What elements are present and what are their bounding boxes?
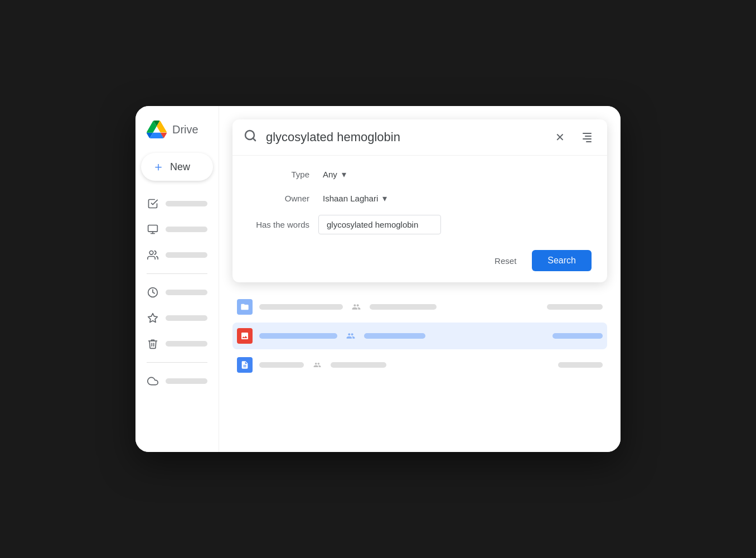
- new-button[interactable]: ＋ New: [141, 153, 213, 181]
- reset-button[interactable]: Reset: [486, 251, 525, 271]
- sidebar-item-my-drive[interactable]: [140, 192, 214, 215]
- nav-label-bar: [166, 315, 207, 321]
- nav-divider-2: [147, 362, 207, 363]
- search-button[interactable]: Search: [532, 250, 592, 271]
- owner-select[interactable]: Ishaan Laghari ▾: [318, 191, 391, 206]
- sidebar-nav: [135, 192, 219, 393]
- chevron-down-icon: ▾: [342, 169, 346, 180]
- nav-label-bar: [166, 252, 207, 258]
- search-input[interactable]: [266, 130, 542, 145]
- nav-divider: [147, 273, 207, 274]
- sidebar-item-trash[interactable]: [140, 332, 214, 355]
- svg-point-3: [149, 251, 153, 255]
- owner-value: Ishaan Laghari: [323, 194, 378, 203]
- search-clear-button[interactable]: ✕: [551, 128, 569, 146]
- new-button-label: New: [170, 161, 190, 173]
- search-filter-button[interactable]: [578, 131, 596, 145]
- owner-filter-row: Owner Ishaan Laghari ▾: [248, 191, 592, 206]
- sidebar: Drive ＋ New: [135, 106, 219, 452]
- type-select[interactable]: Any ▾: [318, 167, 351, 182]
- file-date: [547, 304, 603, 310]
- file-date: [558, 362, 603, 368]
- sidebar-item-storage[interactable]: [140, 369, 214, 393]
- app-window: Drive ＋ New: [135, 106, 621, 452]
- nav-label-bar: [166, 290, 207, 295]
- shared-icon: [350, 302, 363, 311]
- type-label: Type: [248, 170, 309, 179]
- folder-icon: [237, 299, 253, 315]
- main-content: ✕ Type Any ▾: [219, 106, 621, 452]
- nav-label-bar: [166, 227, 207, 232]
- shared-icon: [311, 361, 324, 369]
- sidebar-item-shared[interactable]: [140, 243, 214, 267]
- star-icon: [147, 312, 159, 324]
- trash-icon: [147, 338, 159, 350]
- svg-line-7: [253, 138, 255, 141]
- has-words-filter-row: Has the words: [248, 215, 592, 234]
- file-list: [219, 294, 621, 381]
- sidebar-item-computers[interactable]: [140, 218, 214, 241]
- file-name: [259, 362, 304, 368]
- search-bar: ✕: [232, 119, 607, 156]
- monitor-icon: [147, 223, 159, 235]
- shared-with-me-icon: [147, 249, 159, 261]
- search-icon: [244, 129, 257, 146]
- sidebar-item-starred[interactable]: [140, 306, 214, 330]
- filter-actions: Reset Search: [232, 246, 607, 282]
- file-name: [259, 333, 337, 339]
- search-panel: ✕ Type Any ▾: [232, 119, 607, 282]
- table-row[interactable]: [232, 352, 607, 378]
- table-row[interactable]: [232, 323, 607, 349]
- doc-icon: [237, 357, 253, 373]
- logo-area: Drive: [135, 119, 219, 153]
- image-icon: [237, 328, 253, 344]
- drive-logo-icon: [147, 119, 167, 140]
- close-icon: ✕: [555, 131, 565, 143]
- sidebar-item-recent[interactable]: [140, 281, 214, 304]
- check-square-icon: [147, 198, 159, 210]
- file-meta: [364, 333, 425, 339]
- file-meta: [331, 362, 386, 368]
- file-name: [259, 304, 343, 310]
- cloud-icon: [147, 375, 159, 387]
- chevron-down-icon-2: ▾: [382, 193, 387, 204]
- has-words-label: Has the words: [248, 220, 309, 229]
- type-value: Any: [323, 170, 337, 179]
- nav-label-bar: [166, 341, 207, 347]
- owner-label: Owner: [248, 194, 309, 203]
- advanced-filters: Type Any ▾ Owner Ishaan Laghari ▾: [232, 156, 607, 246]
- app-name: Drive: [172, 123, 198, 136]
- svg-marker-5: [148, 314, 158, 323]
- file-meta: [370, 304, 437, 310]
- shared-icon: [344, 331, 357, 340]
- nav-label-bar: [166, 378, 207, 384]
- filter-lines-icon: [583, 133, 592, 142]
- type-filter-row: Type Any ▾: [248, 167, 592, 182]
- plus-icon: ＋: [152, 161, 164, 173]
- svg-rect-0: [148, 225, 158, 232]
- nav-label-bar: [166, 201, 207, 206]
- clock-icon: [147, 286, 159, 299]
- table-row[interactable]: [232, 294, 607, 320]
- file-date: [553, 333, 603, 339]
- has-words-input[interactable]: [318, 215, 441, 234]
